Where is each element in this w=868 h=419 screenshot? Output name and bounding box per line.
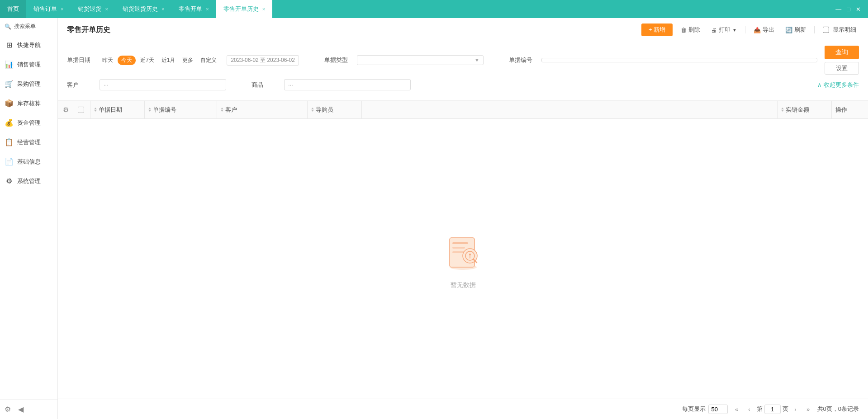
svg-rect-3 [452, 247, 465, 249]
settings-button[interactable]: 设置 [825, 62, 859, 75]
divider [745, 26, 745, 33]
th-salesperson: 导购员 [308, 101, 362, 118]
customer-label: 客户 [67, 81, 92, 89]
tab-sales-return-history[interactable]: 销货退货历史 × [115, 0, 171, 18]
close-tab-sales-return-history[interactable]: × [161, 6, 164, 12]
collapse-conditions-btn[interactable]: ∧ 收起更多条件 [817, 81, 859, 89]
close-tab-sales-return[interactable]: × [105, 6, 108, 12]
salesperson-sort[interactable] [311, 108, 314, 112]
content-area: 零售开单历史 + 新增 🗑 删除 🖨 打印 ▼ 📤 导出 � [58, 18, 868, 419]
close-tab-retail-open-history[interactable]: × [262, 6, 265, 12]
no-sort[interactable] [148, 108, 151, 112]
collapse-sidebar-icon[interactable]: ◀ [18, 405, 24, 414]
next-page-btn[interactable]: › [790, 404, 801, 414]
chevron-up-icon: ∧ [817, 81, 822, 88]
sidebar-item-label: 基础信息 [17, 158, 41, 166]
close-tab-retail-open[interactable]: × [206, 6, 209, 12]
first-page-btn[interactable]: « [731, 404, 742, 414]
date-btn-7days[interactable]: 近7天 [138, 56, 157, 65]
date-range-display[interactable]: 2023-06-02 至 2023-06-02 [227, 55, 299, 66]
sidebar-item-label: 系统管理 [17, 177, 41, 185]
close-tab-sales-order[interactable]: × [61, 6, 63, 12]
th-no: 单据编号 [145, 101, 217, 118]
sidebar-item-label: 快捷导航 [17, 41, 41, 49]
per-page-select[interactable]: 50 [708, 405, 728, 414]
customer-placeholder: ··· [104, 81, 222, 88]
customer-sort[interactable] [221, 108, 223, 112]
sidebar-item-label: 销售管理 [17, 61, 41, 69]
tab-retail-open-history[interactable]: 零售开单历史 × [216, 0, 272, 18]
sidebar-item-operations[interactable]: 📋 经营管理 [0, 132, 57, 152]
pagination: 每页显示 50 « ‹ 第 页 › » 共0页，0条记录 [58, 399, 868, 419]
last-page-btn[interactable]: » [803, 404, 814, 414]
sidebar: 🔍 搜索采单 ⊞ 快捷导航 📊 销售管理 🛒 采购管理 📦 库存核算 💰 资金管… [0, 18, 58, 419]
main-layout: 🔍 搜索采单 ⊞ 快捷导航 📊 销售管理 🛒 采购管理 📦 库存核算 💰 资金管… [0, 18, 868, 419]
delete-button[interactable]: 🗑 删除 [678, 24, 703, 36]
maximize-btn[interactable]: □ [847, 6, 850, 13]
minimize-btn[interactable]: — [835, 6, 841, 13]
inventory-icon: 📦 [5, 99, 14, 108]
delete-icon: 🗑 [681, 27, 687, 33]
tab-retail-open[interactable]: 零售开单 × [171, 0, 216, 18]
system-mgmt-icon: ⚙ [5, 177, 14, 185]
refresh-button[interactable]: 🔄 刷新 [783, 24, 809, 36]
th-customer: 客户 [217, 101, 308, 118]
show-detail-checkbox[interactable] [823, 27, 829, 33]
sidebar-item-purchase-mgmt[interactable]: 🛒 采购管理 [0, 74, 57, 94]
amount-sort[interactable] [781, 108, 784, 112]
print-icon: 🖨 [711, 27, 717, 33]
doc-type-label: 单据类型 [324, 56, 350, 64]
date-sort[interactable] [94, 108, 97, 112]
show-detail-button[interactable]: 显示明细 [820, 24, 859, 36]
current-page-input[interactable] [764, 405, 781, 414]
filter-area: 单据日期 昨天 今天 近7天 近1月 更多 自定义 2023-06-02 至 2… [58, 40, 868, 101]
prev-page-btn[interactable]: ‹ [744, 404, 755, 414]
export-button[interactable]: 📤 导出 [751, 24, 777, 36]
date-btn-yesterday[interactable]: 昨天 [100, 56, 116, 65]
doc-no-input[interactable] [541, 58, 817, 62]
filter-row-1: 单据日期 昨天 今天 近7天 近1月 更多 自定义 2023-06-02 至 2… [67, 46, 859, 75]
basic-info-icon: 📄 [5, 157, 14, 166]
customer-input[interactable]: ··· [100, 79, 226, 90]
sidebar-item-sales-mgmt[interactable]: 📊 销售管理 [0, 55, 57, 74]
add-button[interactable]: + 新增 [641, 24, 673, 36]
sidebar-item-basic-info[interactable]: 📄 基础信息 [0, 152, 57, 171]
tab-home[interactable]: 首页 [0, 0, 26, 18]
date-btn-custom[interactable]: 自定义 [198, 56, 219, 65]
sidebar-item-system-mgmt[interactable]: ⚙ 系统管理 [0, 171, 57, 191]
goods-placeholder: ··· [288, 81, 407, 88]
search-purchase[interactable]: 🔍 搜索采单 [0, 18, 57, 35]
tab-sales-order[interactable]: 销售订单 × [26, 0, 71, 18]
date-btn-1month[interactable]: 近1月 [159, 56, 178, 65]
sidebar-item-quick-nav[interactable]: ⊞ 快捷导航 [0, 35, 57, 55]
sidebar-item-finance[interactable]: 💰 资金管理 [0, 113, 57, 132]
page-title: 零售开单历史 [67, 25, 110, 35]
sidebar-item-label: 采购管理 [17, 80, 41, 88]
column-settings-icon[interactable]: ⚙ [62, 104, 70, 115]
date-btn-more[interactable]: 更多 [180, 56, 196, 65]
settings-bottom-icon[interactable]: ⚙ [5, 405, 11, 414]
per-page-control: 每页显示 50 [682, 405, 728, 414]
query-button[interactable]: 查询 [825, 46, 859, 59]
search-icon: 🔍 [5, 24, 11, 30]
goods-input[interactable]: ··· [284, 79, 411, 90]
th-settings: ⚙ [58, 101, 74, 118]
print-button[interactable]: 🖨 打印 ▼ [708, 24, 740, 36]
th-amount: 实销金额 [778, 101, 832, 118]
refresh-icon: 🔄 [785, 27, 792, 33]
date-btn-today[interactable]: 今天 [118, 56, 136, 65]
total-records: 共0页，0条记录 [817, 405, 859, 413]
select-all-checkbox[interactable] [78, 107, 84, 113]
close-btn[interactable]: ✕ [856, 6, 861, 13]
export-icon: 📤 [754, 27, 761, 33]
sidebar-bottom: ⚙ ◀ [0, 399, 57, 419]
doc-type-select[interactable]: ▼ [357, 55, 484, 65]
quick-nav-icon: ⊞ [5, 41, 14, 49]
tab-sales-return[interactable]: 销货退货 × [71, 0, 115, 18]
th-checkbox [74, 101, 90, 118]
finance-icon: 💰 [5, 118, 14, 127]
sidebar-item-inventory[interactable]: 📦 库存核算 [0, 94, 57, 113]
top-nav: 首页 销售订单 × 销货退货 × 销货退货历史 × 零售开单 × 零售开单历史 … [0, 0, 868, 18]
empty-state: 暂无数据 [58, 119, 868, 399]
purchase-mgmt-icon: 🛒 [5, 80, 14, 88]
